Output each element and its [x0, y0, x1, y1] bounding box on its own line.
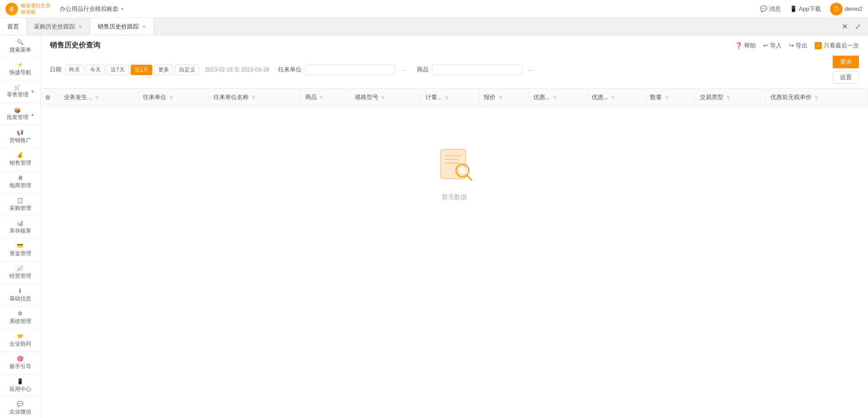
sidebar-item-ecommerce[interactable]: 🖥 电商管理: [0, 171, 40, 194]
table-area: ⚙ 业务发生... ⇅ 往来单位 ⇅ 往来单位名称 ⇅ 商品 ⇅: [41, 89, 868, 418]
tab-purchase-label: 采购历史价跟踪: [34, 23, 75, 31]
th-pre-tax-price[interactable]: 优惠前无税单价 ⇅: [766, 89, 868, 106]
sales-icon: 💰: [17, 152, 24, 158]
date-btn-today[interactable]: 今天: [86, 65, 105, 75]
product-filter-group: 商品 ···: [417, 65, 535, 75]
sidebar-item-basic-info[interactable]: ℹ 基础信息: [0, 284, 40, 307]
settings-btn[interactable]: 设置: [833, 71, 859, 84]
th-spec[interactable]: 规格型号 ⇅: [350, 89, 420, 106]
sidebar-label-purchase: 采购管理: [9, 204, 31, 212]
search-icon: 🔍: [17, 39, 24, 45]
sidebar-item-system[interactable]: ⚙ 系统管理: [0, 307, 40, 329]
retail-arrow: ▼: [30, 89, 35, 94]
th-biz-date[interactable]: 业务发生... ⇅: [59, 89, 138, 106]
empty-state: 暂无数据: [41, 106, 868, 238]
th-discount2[interactable]: 优惠... ⇅: [587, 89, 645, 106]
date-btn-yesterday[interactable]: 昨天: [65, 65, 84, 75]
empty-illustration: [432, 142, 477, 188]
help-btn[interactable]: ❓ 帮助: [735, 42, 756, 50]
dropdown-icon[interactable]: ▾: [121, 6, 123, 11]
tab-purchase-history[interactable]: 采购历史价跟踪 ×: [27, 18, 90, 35]
partner-ellipsis[interactable]: ···: [399, 66, 408, 73]
th-discount1[interactable]: 优惠... ⇅: [528, 89, 587, 106]
sidebar-item-enterprise[interactable]: 🤝 企业协同: [0, 329, 40, 352]
inventory-icon: 📊: [17, 220, 24, 226]
sort-icon-spec: ⇅: [381, 95, 385, 100]
user-menu[interactable]: D demo2: [830, 3, 863, 15]
filter-row: 日期 昨天 今天 近7天 近1月 更多 自定义 2023-02-18 至 202…: [50, 56, 859, 84]
sidebar-item-marketing[interactable]: 📢 营销推广: [0, 126, 40, 148]
svg-point-7: [459, 167, 462, 170]
close-all-tabs-btn[interactable]: ✕: [840, 20, 849, 33]
tab-sales-history[interactable]: 销售历史价跟踪 ×: [90, 18, 154, 35]
th-trade-type[interactable]: 交易类型 ⇅: [695, 89, 765, 106]
date-btn-more[interactable]: 更多: [154, 65, 173, 75]
logo-area: 6 畅捷通好生意 标准版: [5, 3, 51, 15]
sidebar-item-inventory[interactable]: 📊 库存核算: [0, 216, 40, 239]
sidebar-label-finance: 资金管理: [9, 250, 31, 257]
sort-icon-biz-date: ⇅: [95, 95, 99, 100]
export-icon: ↪: [789, 42, 794, 49]
sidebar-label-enterprise: 企业协同: [9, 340, 31, 348]
th-partner-name[interactable]: 往来单位名称 ⇅: [209, 89, 301, 106]
logo-text: 畅捷通好生意 标准版: [21, 3, 51, 14]
sidebar-item-finance[interactable]: 💳 资金管理: [0, 239, 40, 261]
wechat-icon: 💬: [17, 401, 24, 407]
retail-label-group: 🛒 零售管理: [5, 85, 29, 99]
sidebar-item-app-center[interactable]: 📱 应用中心: [0, 375, 40, 397]
wholesale-label-group: 📦 批发管理: [5, 107, 29, 121]
product-input[interactable]: [432, 65, 523, 75]
page-title: 销售历史价查询: [50, 41, 100, 50]
app-download-action[interactable]: 📱 App下载: [790, 5, 821, 13]
retail-icon: 🛒: [14, 85, 21, 91]
product-ellipsis[interactable]: ···: [526, 66, 535, 73]
tab-home[interactable]: 首页: [0, 18, 27, 35]
sidebar-item-wechat[interactable]: 💬 企业微信: [0, 397, 40, 418]
enterprise-icon: 🤝: [17, 333, 24, 339]
th-partner-code[interactable]: 往来单位 ⇅: [138, 89, 209, 106]
query-btn[interactable]: 查询: [833, 56, 859, 68]
th-unit[interactable]: 计量... ⇅: [420, 89, 479, 106]
page-header: 销售历史价查询 ❓ 帮助 ↩ 导入 ↪ 导出 ✓: [41, 35, 868, 89]
sidebar-label-sales: 销售管理: [9, 159, 31, 167]
th-settings[interactable]: ⚙: [41, 89, 59, 106]
sort-icon-price: ⇅: [499, 95, 502, 100]
sidebar-label-quick-nav: 快捷导航: [9, 69, 31, 76]
sidebar-item-purchase[interactable]: 📋 采购管理: [0, 194, 40, 216]
sidebar-label-operations: 经营管理: [9, 272, 31, 280]
sidebar-item-retail[interactable]: 🛒 零售管理 ▼: [0, 81, 40, 103]
sidebar-item-sales[interactable]: 💰 销售管理: [0, 148, 40, 171]
only-last-label: 只看最后一次: [824, 42, 859, 50]
export-btn[interactable]: ↪ 导出: [789, 42, 807, 50]
th-price[interactable]: 报价 ⇅: [479, 89, 528, 106]
sidebar-item-wholesale[interactable]: 📦 批发管理 ▲: [0, 103, 40, 126]
sort-icon-partner-code: ⇅: [170, 95, 173, 100]
sidebar-item-guide[interactable]: 🎯 新手引导: [0, 352, 40, 375]
date-btn-custom[interactable]: 自定义: [175, 65, 199, 75]
tab-sales-label: 销售历史价跟踪: [98, 23, 139, 31]
sort-icon-quantity: ⇅: [665, 95, 669, 100]
partner-filter-label: 往来单位: [278, 66, 302, 74]
tab-bar: 首页 采购历史价跟踪 × 销售历史价跟踪 × ✕ ⤢: [0, 18, 868, 35]
svg-rect-3: [445, 162, 460, 164]
import-btn[interactable]: ↩ 导入: [763, 42, 782, 50]
wholesale-icon: 📦: [14, 107, 21, 114]
sidebar-label-marketing: 营销推广: [9, 137, 31, 144]
date-btn-1month[interactable]: 近1月: [131, 65, 153, 75]
th-quantity[interactable]: 数量 ⇅: [646, 89, 695, 106]
fullscreen-btn[interactable]: ⤢: [853, 20, 863, 33]
wholesale-arrow: ▲: [30, 112, 35, 117]
date-btn-7days[interactable]: 近7天: [107, 65, 129, 75]
tab-sales-close[interactable]: ×: [142, 23, 146, 31]
partner-input[interactable]: [305, 65, 396, 75]
th-product[interactable]: 商品 ⇅: [300, 89, 350, 106]
date-filter-group: 日期 昨天 今天 近7天 近1月 更多 自定义 2023-02-18 至 202…: [50, 65, 269, 75]
sidebar-item-operations[interactable]: 📈 经营管理: [0, 261, 40, 284]
only-last-checkbox[interactable]: ✓ 只看最后一次: [815, 42, 859, 50]
message-action[interactable]: 💬 消息: [760, 5, 781, 13]
app-logo: 6: [5, 3, 18, 15]
sidebar-item-quick-nav[interactable]: ⚡ 快捷导航: [0, 58, 40, 81]
sidebar-item-search-menu[interactable]: 🔍 搜索菜单: [0, 35, 40, 58]
sort-icon-unit: ⇅: [445, 95, 448, 100]
tab-purchase-close[interactable]: ×: [78, 23, 83, 31]
